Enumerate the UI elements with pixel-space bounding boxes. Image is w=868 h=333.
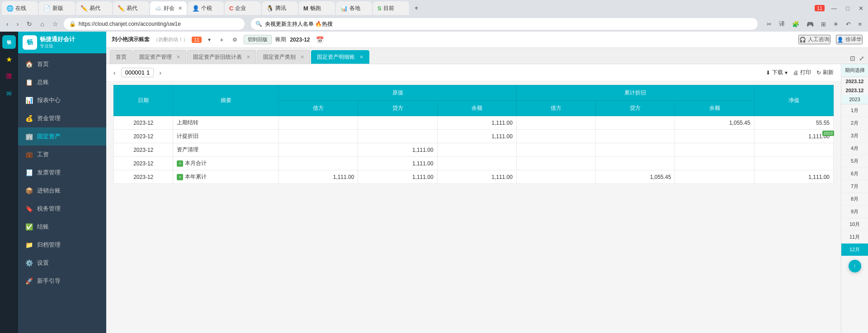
calendar-button[interactable]: 📅	[313, 35, 326, 44]
browser-tab-chang[interactable]: M 畅跑	[299, 1, 335, 15]
menu-button[interactable]: ≡	[855, 20, 864, 28]
prev-page-button[interactable]: ‹	[113, 69, 116, 76]
period-month-1[interactable]: 1月	[841, 104, 868, 117]
sidebar-item-fixed-assets[interactable]: 🏢 固定资产	[18, 127, 106, 145]
sidebar-item-home[interactable]: 🏠 首页	[18, 55, 106, 73]
add-account-button[interactable]: +	[217, 35, 226, 44]
col-header-date: 日期	[114, 85, 173, 116]
period-month-2[interactable]: 2月	[841, 117, 868, 130]
sidebar-item-salary[interactable]: 💼 工资	[18, 145, 106, 164]
extension-button[interactable]: 🧩	[789, 20, 802, 28]
col-subheader-orig-debit: 借方	[279, 101, 358, 116]
cell-summary: +本年累计	[173, 170, 279, 184]
fullscreen-button[interactable]: ⤢	[859, 55, 864, 62]
bookmark-button[interactable]: ☆	[50, 19, 61, 28]
games-button[interactable]: 🎮	[804, 20, 816, 28]
cell-accum-debit	[516, 170, 595, 184]
sidebar-item-trade[interactable]: 📦 进销台账	[18, 182, 106, 200]
browser-tab-tencent[interactable]: 🐧 腾讯	[262, 1, 298, 15]
tab-close-depreciation-stat[interactable]: ✕	[246, 54, 250, 60]
cell-accum-credit: 1,055.45	[596, 170, 675, 184]
browser-tab-haohui[interactable]: ☁️ 好会 ✕	[150, 1, 187, 15]
refresh-button[interactable]: ↻ 刷新	[816, 69, 834, 76]
weibo-icon-btn[interactable]: 微	[2, 70, 16, 83]
browser-tab-yidai1[interactable]: ✏️ 易代	[76, 1, 112, 15]
star-icon-btn[interactable]: ★	[2, 52, 16, 66]
new-tab-button[interactable]: +	[410, 2, 423, 14]
browser-tab-enterprise[interactable]: C 企业	[225, 1, 261, 15]
brightness-button[interactable]: ☀	[830, 20, 841, 28]
sidebar-item-close[interactable]: ✅ 结账	[18, 218, 106, 236]
restore-window-button[interactable]: ⊡	[850, 55, 855, 62]
sidebar-item-invoice[interactable]: 🧾 发票管理	[18, 164, 106, 182]
sidebar-item-settings[interactable]: ⚙️ 设置	[18, 254, 106, 272]
browser-tab-new[interactable]: 📄 新版	[39, 1, 75, 15]
address-field[interactable]: 🔒 https://cloud.chanjet.com/accounting/u…	[64, 18, 245, 30]
forward-button[interactable]: ›	[14, 19, 22, 28]
period-month-12[interactable]: 12月	[841, 244, 868, 256]
sidebar-label-trade: 进销台账	[37, 187, 61, 195]
tab-close-asset-detail[interactable]: ✕	[359, 54, 363, 60]
history-button[interactable]: ↶	[843, 20, 854, 28]
browser-tab-gedi[interactable]: 📊 各地	[336, 1, 372, 15]
period-month-4[interactable]: 4月	[841, 142, 868, 155]
page-tab-depreciation-stat[interactable]: 固定资产折旧统计表 ✕	[187, 50, 256, 64]
maximize-button[interactable]: □	[843, 4, 852, 13]
sidebar-item-reports[interactable]: 📊 报表中心	[18, 91, 106, 109]
period-month-7[interactable]: 7月	[841, 180, 868, 193]
tab-close-asset-category[interactable]: ✕	[300, 54, 304, 60]
next-page-button[interactable]: ›	[159, 69, 161, 76]
toolbar-right-actions: ⬇ 下载 ▾ 🖨 打印 ↻ 刷新	[766, 69, 834, 76]
cell-date: 2023-12	[114, 130, 173, 143]
browser-tab-yidai2[interactable]: ✏️ 易代	[113, 1, 149, 15]
scroll-to-top-button[interactable]: ↑	[849, 260, 861, 272]
layout-button[interactable]: ⊞	[818, 20, 829, 28]
print-button[interactable]: 🖨 打印	[793, 69, 811, 76]
sidebar-item-ledger[interactable]: 📋 总账	[18, 73, 106, 91]
reload-button[interactable]: ↻	[24, 19, 35, 28]
app-icon-active[interactable]: 畅	[2, 35, 16, 49]
minimize-button[interactable]: —	[828, 4, 840, 13]
tab-close-asset-mgmt[interactable]: ✕	[176, 54, 180, 60]
download-button[interactable]: ⬇ 下载 ▾	[766, 69, 788, 76]
search-bar[interactable]: 🔍 央视更新主持人名单 🔥热搜	[251, 18, 758, 30]
page-tab-asset-detail[interactable]: 固定资产明细账 ✕	[311, 50, 369, 64]
period-month-5[interactable]: 5月	[841, 155, 868, 168]
period-month-3[interactable]: 3月	[841, 130, 868, 142]
cell-net-value: 1,111.00 2023	[754, 130, 833, 143]
period-month-9[interactable]: 9月	[841, 206, 868, 218]
cell-summary: 计提折旧	[173, 130, 279, 143]
sidebar-item-tax[interactable]: 🔖 税务管理	[18, 200, 106, 218]
tab-close-icon[interactable]: ✕	[178, 5, 182, 11]
mail-icon-btn[interactable]: ✉	[2, 87, 16, 100]
content-wrapper: ‹ 000001 1 › ⬇ 下载 ▾ 🖨 打	[106, 64, 841, 333]
switch-version-button[interactable]: 切到旧版	[244, 35, 272, 44]
back-button[interactable]: ‹	[4, 19, 11, 28]
page-tab-asset-mgmt[interactable]: 固定资产管理 ✕	[133, 50, 186, 64]
close-button[interactable]: ✕	[856, 4, 866, 13]
home-button[interactable]: ⌂	[38, 19, 47, 28]
year-badge: 2023	[822, 131, 834, 136]
sidebar-item-archive[interactable]: 📁 归档管理	[18, 236, 106, 254]
sidebar-item-guide[interactable]: 🚀 新手引导	[18, 272, 106, 290]
browser-tab-tax[interactable]: 👤 个税	[188, 1, 224, 15]
browser-tab-online[interactable]: 🌐 在线	[2, 1, 38, 15]
sidebar-header: 畅 畅捷通好会计 专业版	[18, 32, 106, 53]
period-month-6[interactable]: 6月	[841, 168, 868, 180]
help-button[interactable]: 🎧 人工咨询	[798, 35, 830, 44]
translate-button[interactable]: 译	[776, 19, 788, 29]
period-month-8[interactable]: 8月	[841, 193, 868, 206]
cell-orig-debit	[279, 143, 358, 157]
cut-button[interactable]: ✂	[764, 20, 774, 28]
period-month-11[interactable]: 11月	[841, 231, 868, 244]
app-container: 畅 ★ 微 ✉ 畅 畅捷通好会计 专业版 🏠 首页 📋 总账	[0, 32, 868, 333]
sidebar-item-funds[interactable]: 💰 资金管理	[18, 109, 106, 127]
user-profile-button[interactable]: 👤 徐译华	[836, 35, 863, 44]
page-tab-asset-category[interactable]: 固定资产类别 ✕	[257, 50, 310, 64]
page-tab-home[interactable]: 首页	[110, 50, 132, 64]
settings-small-button[interactable]: ⚙	[230, 36, 240, 44]
account-selector[interactable]: ▾	[205, 36, 213, 44]
browser-tab-muqian[interactable]: S 目前	[373, 1, 409, 15]
period-month-10[interactable]: 10月	[841, 218, 868, 231]
period-value: 2023-12	[290, 37, 310, 43]
